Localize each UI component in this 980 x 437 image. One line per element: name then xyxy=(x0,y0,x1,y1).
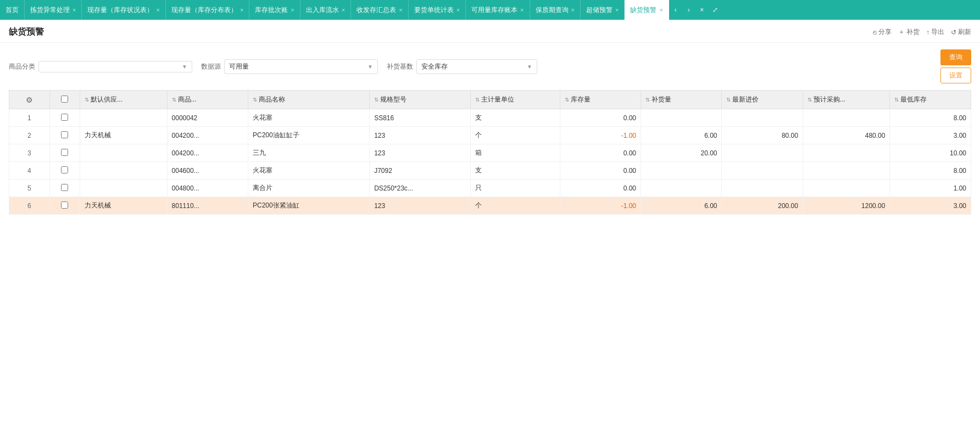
row-latest-price: 80.00 xyxy=(722,127,803,144)
tab-batch-close[interactable]: × xyxy=(291,7,294,13)
tab-nav-next[interactable]: › xyxy=(682,0,695,20)
row-code: 004200... xyxy=(167,127,248,144)
row-supplier: 力天机械 xyxy=(80,197,168,215)
row-checkbox-cell[interactable] xyxy=(49,197,80,215)
tab-nav-expand[interactable]: ⤢ xyxy=(709,0,722,20)
tab-stock-dist[interactable]: 现存量（库存分布表） × xyxy=(166,0,249,20)
th-supplier[interactable]: ⇅ 默认供应... xyxy=(80,91,168,109)
share-button[interactable]: ⎋ 分享 xyxy=(873,27,892,37)
export-button[interactable]: ↑ 导出 xyxy=(926,27,944,37)
tab-inout-close[interactable]: × xyxy=(342,7,345,13)
row-index: 1 xyxy=(9,109,50,127)
row-latest-price xyxy=(722,180,803,197)
row-checkbox[interactable] xyxy=(61,149,68,156)
share-icon: ⎋ xyxy=(873,29,877,36)
th-unit[interactable]: ⇅ 主计量单位 xyxy=(471,91,560,109)
sort-spec-icon: ⇅ xyxy=(374,97,378,103)
row-checkbox-cell[interactable] xyxy=(49,144,80,162)
row-code: 801110... xyxy=(167,197,248,215)
row-checkbox-cell[interactable] xyxy=(49,109,80,127)
row-index: 4 xyxy=(9,162,50,180)
row-checkbox-cell[interactable] xyxy=(49,180,80,197)
filter-actions: 查询 设置 xyxy=(940,49,971,83)
row-spec: DS250*23c... xyxy=(370,180,471,197)
row-supplier: 力天机械 xyxy=(80,127,168,144)
tab-stock-status[interactable]: 现存量（库存状况表） × xyxy=(82,0,165,20)
row-spec: SS816 xyxy=(370,109,471,127)
page-title: 缺货预警 xyxy=(9,26,44,38)
th-name[interactable]: ⇅ 商品名称 xyxy=(248,91,369,109)
replenish-icon: ＋ xyxy=(898,27,905,37)
tab-available[interactable]: 可用量库存账本 × xyxy=(466,0,530,20)
row-replenish: 20.00 xyxy=(641,144,722,162)
tab-receive-close[interactable]: × xyxy=(399,7,402,13)
row-checkbox[interactable] xyxy=(61,114,68,121)
row-checkbox[interactable] xyxy=(61,184,68,191)
select-all-checkbox[interactable] xyxy=(61,96,68,103)
tab-demand-close[interactable]: × xyxy=(456,7,460,13)
replenish-base-label: 补货基数 xyxy=(387,62,413,71)
row-checkbox[interactable] xyxy=(61,166,68,173)
row-checkbox-cell[interactable] xyxy=(49,162,80,180)
th-replenish[interactable]: ⇅ 补货量 xyxy=(641,91,722,109)
tab-expiry[interactable]: 保质期查询 × xyxy=(530,0,581,20)
settings-button[interactable]: 设置 xyxy=(940,68,971,83)
sort-unit-icon: ⇅ xyxy=(475,97,480,103)
th-code[interactable]: ⇅ 商品... xyxy=(167,91,248,109)
tab-shortage-close[interactable]: × xyxy=(659,7,662,13)
row-forecast-purchase: 1200.00 xyxy=(803,197,890,215)
refresh-button[interactable]: ↺ 刷新 xyxy=(951,27,971,37)
row-checkbox[interactable] xyxy=(61,131,68,138)
category-chevron-icon: ▼ xyxy=(182,64,187,70)
row-checkbox-cell[interactable] xyxy=(49,127,80,144)
filter-bar: 商品分类 ▼ 数据源 可用量 ▼ 补货基数 安全库存 ▼ 查询 设置 xyxy=(0,43,980,90)
datasource-chevron-icon: ▼ xyxy=(368,64,373,70)
tab-demand[interactable]: 要货单统计表 × xyxy=(409,0,466,20)
tab-exception[interactable]: 拣货异常处理 × xyxy=(25,0,82,20)
th-forecast-purchase[interactable]: ⇅ 预计采购... xyxy=(803,91,890,109)
tab-nav-prev[interactable]: ‹ xyxy=(669,0,682,20)
th-stock[interactable]: ⇅ 库存量 xyxy=(560,91,641,109)
tab-home[interactable]: 首页 xyxy=(0,0,25,20)
th-latest-price[interactable]: ⇅ 最新进价 xyxy=(722,91,803,109)
sort-supplier-icon: ⇅ xyxy=(85,97,89,103)
tab-inout[interactable]: 出入库流水 × xyxy=(300,0,351,20)
row-spec: 123 xyxy=(370,144,471,162)
row-replenish xyxy=(641,180,722,197)
replenish-button[interactable]: ＋ 补货 xyxy=(898,27,920,37)
tab-overstock-close[interactable]: × xyxy=(615,7,619,13)
row-stock: 0.00 xyxy=(560,109,641,127)
datasource-select[interactable]: 可用量 ▼ xyxy=(224,59,378,74)
tab-receive[interactable]: 收发存汇总表 × xyxy=(351,0,408,20)
th-checkbox[interactable] xyxy=(49,91,80,109)
replenish-base-select[interactable]: 安全库存 ▼ xyxy=(416,59,537,74)
row-checkbox[interactable] xyxy=(61,201,68,209)
tab-stock-dist-close[interactable]: × xyxy=(240,7,243,13)
query-button[interactable]: 查询 xyxy=(940,49,971,65)
tab-batch[interactable]: 库存批次账 × xyxy=(249,0,300,20)
gear-icon[interactable]: ⚙ xyxy=(26,96,33,104)
table-body: 1 0000042 火花塞 SS816 支 0.00 8.00 2 力天机械 0… xyxy=(9,109,971,215)
main-content: 缺货预警 ⎋ 分享 ＋ 补货 ↑ 导出 ↺ 刷新 商品分类 xyxy=(0,20,980,437)
tab-available-close[interactable]: × xyxy=(520,7,524,13)
category-label: 商品分类 xyxy=(9,62,35,71)
row-supplier xyxy=(80,162,168,180)
row-stock: -1.00 xyxy=(560,127,641,144)
header-actions: ⎋ 分享 ＋ 补货 ↑ 导出 ↺ 刷新 xyxy=(873,27,971,37)
row-name: 火花塞 xyxy=(248,109,369,127)
tab-overstock[interactable]: 超储预警 × xyxy=(581,0,625,20)
th-min-stock[interactable]: ⇅ 最低库存 xyxy=(890,91,971,109)
tab-bar: 首页 拣货异常处理 × 现存量（库存状况表） × 现存量（库存分布表） × 库存… xyxy=(0,0,980,20)
tab-shortage[interactable]: 缺货预警 × xyxy=(625,0,669,20)
tab-stock-status-close[interactable]: × xyxy=(156,7,159,13)
th-spec[interactable]: ⇅ 规格型号 xyxy=(370,91,471,109)
tab-nav-close-all[interactable]: × xyxy=(695,0,709,20)
category-filter-group: 商品分类 ▼ xyxy=(9,61,192,72)
th-gear[interactable]: ⚙ xyxy=(9,91,50,109)
tab-exception-close[interactable]: × xyxy=(73,7,76,13)
row-forecast-purchase xyxy=(803,144,890,162)
datasource-label: 数据源 xyxy=(201,62,221,71)
tab-expiry-close[interactable]: × xyxy=(571,7,575,13)
datasource-value: 可用量 xyxy=(229,62,249,71)
category-select[interactable]: ▼ xyxy=(38,61,192,72)
